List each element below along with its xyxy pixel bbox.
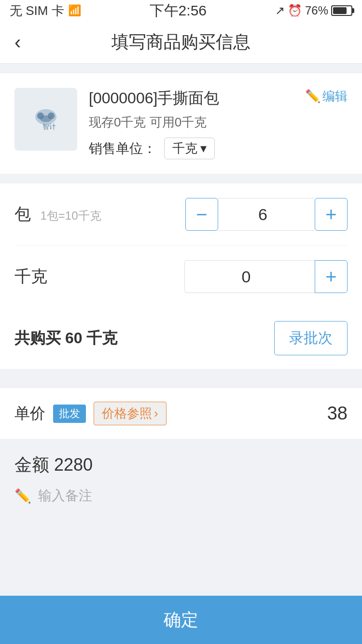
bao-input[interactable] <box>218 198 315 231</box>
confirm-button-label: 确定 <box>164 608 198 632</box>
confirm-button[interactable]: 确定 <box>0 596 362 644</box>
price-section: 单价 批发 价格参照 › 38 <box>0 388 362 439</box>
price-label: 单价 <box>14 403 45 424</box>
total-row: 共购买 60 千克 录批次 <box>0 308 362 369</box>
status-bar: 无 SIM 卡 📶 下午2:56 ↗ ⏰ 76% <box>0 0 362 21</box>
divider-1 <box>0 174 362 183</box>
bao-plus-button[interactable]: + <box>315 198 348 231</box>
edit-label: 编辑 <box>322 88 348 105</box>
product-info: [0000006]手撕面包 ✏️ 编辑 现存0千克 可用0千克 销售单位： 千克… <box>89 88 348 159</box>
page-title: 填写商品购买信息 <box>111 30 251 54</box>
location-icon: ↗ <box>275 4 285 17</box>
alarm-icon: ⏰ <box>288 4 302 17</box>
bao-hint: 1包=10千克 <box>40 209 101 222</box>
kg-plus-button[interactable]: + <box>315 260 348 293</box>
product-stock: 现存0千克 可用0千克 <box>89 114 348 131</box>
input-section: 包 1包=10千克 − + 千克 + <box>0 183 362 308</box>
amount-section: 金额 2280 ✏️ 输入备注 <box>0 439 362 515</box>
product-section: 智计 [0000006]手撕面包 ✏️ 编辑 现存0千克 可用0千克 销售单位：… <box>0 73 362 174</box>
kg-input[interactable] <box>184 260 315 293</box>
svg-text:智计: 智计 <box>42 123 56 130</box>
bao-label: 包 1包=10千克 <box>14 203 185 225</box>
svg-point-3 <box>40 115 52 122</box>
price-row: 单价 批发 价格参照 › 38 <box>14 402 348 425</box>
amount-value: 2280 <box>54 455 93 475</box>
divider-2 <box>0 369 362 378</box>
bao-stepper: − + <box>185 198 348 231</box>
bao-minus-button[interactable]: − <box>185 198 218 231</box>
carrier-text: 无 SIM 卡 <box>10 2 64 19</box>
battery-percent: 76% <box>305 4 328 17</box>
batch-tag: 批发 <box>53 405 86 423</box>
chevron-down-icon: ▾ <box>200 141 207 156</box>
kg-input-row: 千克 + <box>14 246 348 308</box>
status-left: 无 SIM 卡 📶 <box>10 2 81 19</box>
kg-stepper: + <box>184 260 348 293</box>
unit-select[interactable]: 千克 ▾ <box>164 138 215 159</box>
battery-icon <box>331 5 352 16</box>
product-image: 智计 <box>14 88 77 151</box>
remark-row[interactable]: ✏️ 输入备注 <box>14 487 348 505</box>
edit-button[interactable]: ✏️ 编辑 <box>305 88 348 105</box>
wifi-icon: 📶 <box>68 4 81 17</box>
time-display: 下午2:56 <box>150 1 207 21</box>
product-name: [0000006]手撕面包 <box>89 88 219 109</box>
back-button[interactable]: ‹ <box>14 31 30 53</box>
amount-row: 金额 2280 <box>14 453 348 477</box>
bao-input-row: 包 1包=10千克 − + <box>14 183 348 246</box>
batch-button[interactable]: 录批次 <box>274 321 348 355</box>
status-right: ↗ ⏰ 76% <box>275 4 352 17</box>
remark-placeholder: 输入备注 <box>38 487 92 505</box>
total-text: 共购买 60 千克 <box>14 328 117 349</box>
pencil-icon: ✏️ <box>14 488 31 504</box>
unit-label: 销售单位： <box>89 140 156 158</box>
edit-icon: ✏️ <box>305 89 320 104</box>
product-unit-row: 销售单位： 千克 ▾ <box>89 138 348 159</box>
total-value: 60 <box>65 329 83 347</box>
kg-label: 千克 <box>14 266 184 288</box>
nav-bar: ‹ 填写商品购买信息 <box>0 21 362 64</box>
chevron-right-icon: › <box>154 406 158 421</box>
price-value: 38 <box>327 403 348 424</box>
price-ref-button[interactable]: 价格参照 › <box>94 402 167 425</box>
